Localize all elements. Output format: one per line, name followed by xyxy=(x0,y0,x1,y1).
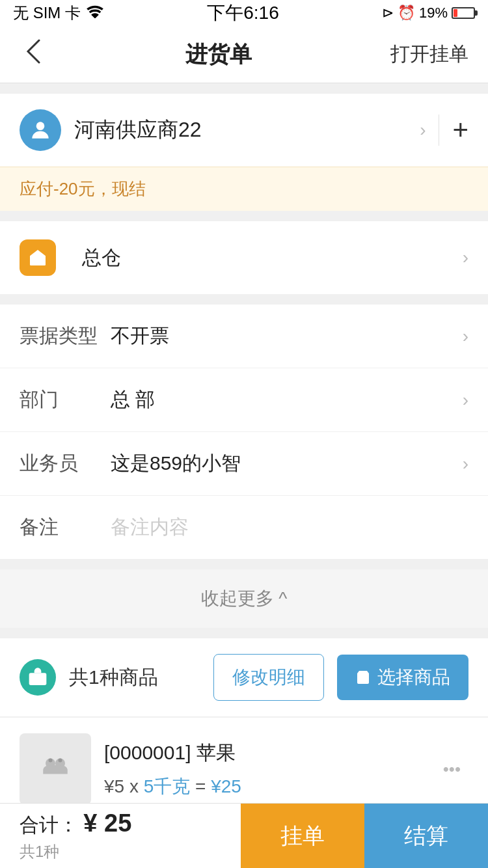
product-info: [0000001] 苹果 ¥5 x 5千克 = ¥25 xyxy=(104,740,422,799)
total-sub-label: 共1种 xyxy=(20,841,221,862)
warehouse-name: 总仓 xyxy=(82,245,456,271)
invoice-row[interactable]: 票据类型 不开票 › xyxy=(0,305,488,368)
supplier-chevron-icon: › xyxy=(420,120,426,141)
warehouse-row[interactable]: 总仓 › xyxy=(0,221,488,294)
product-section-icon xyxy=(20,659,56,696)
product-unit-price: ¥5 xyxy=(104,776,124,796)
product-thumbnail xyxy=(20,733,91,805)
remark-row[interactable]: 备注 备注内容 xyxy=(0,496,488,559)
product-quantity: 5千克 xyxy=(144,776,191,796)
footer: 合计： ¥ 25 共1种 挂单 结算 xyxy=(0,803,488,868)
total-amount: ¥ 25 xyxy=(83,809,131,837)
wifi-icon xyxy=(86,4,104,22)
form-section: 票据类型 不开票 › 部门 总 部 › 业务员 这是859的小智 › 备注 备注… xyxy=(0,305,488,559)
cart-icon xyxy=(355,670,371,685)
remark-input[interactable]: 备注内容 xyxy=(111,514,468,541)
invoice-label: 票据类型 xyxy=(20,323,98,349)
staff-value: 这是859的小智 xyxy=(111,450,456,477)
back-button[interactable] xyxy=(20,33,47,76)
supplier-divider xyxy=(439,115,439,146)
product-multiply: x xyxy=(129,776,144,796)
status-bar: 无 SIM 卡 下午6:16 ⊳ ⏰ 19% xyxy=(0,0,488,26)
nav-bar: 进货单 打开挂单 xyxy=(0,26,488,83)
add-supplier-button[interactable]: + xyxy=(452,116,468,144)
modify-detail-button[interactable]: 修改明细 xyxy=(213,654,324,701)
battery-icon xyxy=(452,7,475,19)
supplier-name: 河南供应商22 xyxy=(74,116,413,144)
product-name: [0000001] 苹果 xyxy=(104,740,422,766)
staff-chevron-icon: › xyxy=(463,454,468,474)
invoice-chevron-icon: › xyxy=(463,326,468,347)
collapse-label: 收起更多 ^ xyxy=(201,588,288,608)
product-header: 共1种商品 修改明细 选择商品 xyxy=(0,638,488,716)
dept-row[interactable]: 部门 总 部 › xyxy=(0,368,488,432)
supplier-section: 河南供应商22 › + 应付-20元，现结 xyxy=(0,94,488,211)
invoice-value: 不开票 xyxy=(111,323,456,349)
warehouse-chevron-icon: › xyxy=(463,247,468,268)
warehouse-icon xyxy=(20,239,56,276)
product-equals: = xyxy=(195,776,211,796)
page-title: 进货单 xyxy=(185,40,252,70)
battery-percent: 19% xyxy=(419,5,448,21)
time-display: 下午6:16 xyxy=(207,1,279,25)
product-price-detail: ¥5 x 5千克 = ¥25 xyxy=(104,774,422,799)
remark-label: 备注 xyxy=(20,514,98,541)
pending-button[interactable]: 挂单 xyxy=(241,804,364,868)
supplier-row[interactable]: 河南供应商22 › + xyxy=(0,94,488,167)
collapse-row[interactable]: 收起更多 ^ xyxy=(0,569,488,628)
location-icon: ⊳ xyxy=(382,5,394,21)
svg-point-0 xyxy=(36,122,45,130)
staff-label: 业务员 xyxy=(20,450,98,477)
checkout-button[interactable]: 结算 xyxy=(364,804,488,868)
footer-total: 合计： ¥ 25 共1种 xyxy=(0,804,241,868)
product-more-button[interactable]: ••• xyxy=(435,754,468,785)
dept-label: 部门 xyxy=(20,387,98,413)
open-pending-button[interactable]: 打开挂单 xyxy=(390,41,468,68)
svg-point-6 xyxy=(59,759,62,763)
total-label: 合计： xyxy=(20,814,78,835)
status-right: ⊳ ⏰ 19% xyxy=(382,5,475,21)
staff-row[interactable]: 业务员 这是859的小智 › xyxy=(0,432,488,496)
signal-text: 无 SIM 卡 xyxy=(13,3,81,23)
product-total-price: ¥25 xyxy=(211,776,241,796)
svg-point-5 xyxy=(49,759,53,763)
payment-info-banner: 应付-20元，现结 xyxy=(0,167,488,211)
status-left: 无 SIM 卡 xyxy=(13,3,104,23)
product-count-label: 共1种商品 xyxy=(69,664,200,691)
select-product-button[interactable]: 选择商品 xyxy=(337,655,468,700)
warehouse-section: 总仓 › xyxy=(0,221,488,294)
alarm-icon: ⏰ xyxy=(398,5,415,21)
dept-chevron-icon: › xyxy=(463,390,468,411)
supplier-avatar xyxy=(20,109,61,151)
svg-rect-1 xyxy=(29,673,47,685)
dept-value: 总 部 xyxy=(111,387,456,413)
select-product-label: 选择商品 xyxy=(377,665,450,690)
